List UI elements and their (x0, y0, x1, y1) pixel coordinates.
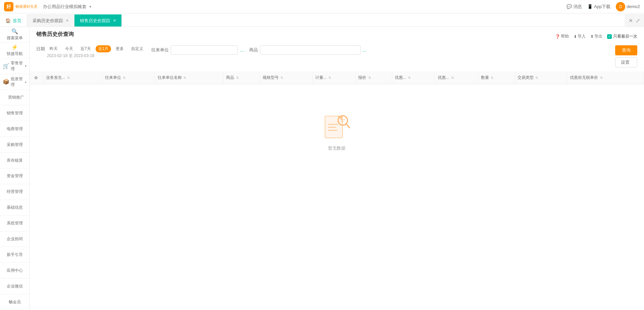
tabbar: 🏠 首页 采购历史价跟踪 ✕ 销售历史价跟踪 ✕ ✕ ⤢ (0, 13, 644, 27)
tab-home[interactable]: 🏠 首页 (0, 14, 27, 27)
th-unit[interactable]: 计量... ⇅ (312, 71, 356, 84)
search-menu-icon: 🔍 (11, 28, 18, 35)
th-trade-type[interactable]: 交易类型 ⇅ (515, 71, 567, 84)
th-discount2[interactable]: 优惠... ⇅ (435, 71, 478, 84)
sidebar-item-ecommerce[interactable]: 电商管理 (0, 121, 29, 137)
action-buttons: 查询 设置 (615, 45, 637, 67)
main-layout: 🔍 搜索菜单 ⚡ 快捷导航 🛒 零售管理 ▾ 📦 批发管理 ▴ 营销推广 销售管… (0, 27, 644, 310)
th-partner-name[interactable]: 往来单位名称 ⇅ (155, 71, 223, 84)
sort-quote-icon: ⇅ (368, 76, 371, 80)
sidebar-item-basic-info[interactable]: 基础信息 (0, 200, 29, 216)
only-last-checkbox[interactable]: ✓ (607, 34, 612, 39)
partner-select-icon[interactable]: ... (240, 47, 244, 53)
message-icon: 💬 (567, 4, 572, 9)
app-download-button[interactable]: 📱 App下载 (587, 4, 610, 10)
logo-text: 畅捷通好生意 (15, 4, 38, 9)
close-purchase-tab-icon[interactable]: ✕ (66, 18, 69, 23)
th-biz-date[interactable]: 业务发生... ⇅ (43, 71, 102, 84)
partner-input[interactable] (171, 45, 238, 55)
wholesale-mgmt-icon: 📦 (3, 79, 9, 85)
sort-qty-icon: ⇅ (491, 76, 493, 80)
export-icon: ⬆ (590, 34, 594, 39)
app-title: 办公用品行业模拟账套 (43, 4, 87, 10)
settings-button[interactable]: 设置 (615, 57, 637, 67)
sort-trade-type-icon: ⇅ (535, 76, 538, 80)
th-partner-code[interactable]: 往来单位 ⇅ (102, 71, 155, 84)
date-btn-today[interactable]: 今天 (62, 45, 76, 52)
tab-purchase-history[interactable]: 采购历史价跟踪 ✕ (27, 14, 74, 27)
th-spec[interactable]: 规格型号 ⇅ (260, 71, 312, 84)
dropdown-icon[interactable]: ▾ (89, 4, 91, 9)
tab-actions: ✕ ⤢ (625, 14, 644, 27)
content-header: 销售历史价查询 ❓ 帮助 ⬇ 导入 ⬆ 导出 ✓ (30, 27, 644, 71)
sidebar-item-finance[interactable]: 资金管理 (0, 168, 29, 184)
th-qty[interactable]: 数量 ⇅ (478, 71, 515, 84)
sidebar-item-wholesale-mgmt[interactable]: 📦 批发管理 ▴ (0, 74, 29, 90)
svg-rect-2 (328, 124, 338, 125)
th-discount1[interactable]: 优惠... ⇅ (392, 71, 435, 84)
logo-icon: 好 (4, 2, 13, 11)
sidebar: 🔍 搜索菜单 ⚡ 快捷导航 🛒 零售管理 ▾ 📦 批发管理 ▴ 营销推广 销售管… (0, 27, 30, 310)
message-button[interactable]: 💬 消息 (567, 4, 582, 10)
goods-input[interactable] (260, 45, 361, 55)
sidebar-item-guide[interactable]: 新手引导 (0, 247, 29, 263)
sort-partner-name-icon: ⇅ (183, 76, 186, 80)
sort-pre-tax-price-icon: ⇅ (600, 76, 603, 80)
empty-text: 暂无数据 (328, 145, 345, 151)
content-area: 销售历史价查询 ❓ 帮助 ⬇ 导入 ⬆ 导出 ✓ (30, 27, 644, 310)
page-title: 销售历史价查询 (36, 31, 74, 38)
sidebar-item-sales-mgmt[interactable]: 销售管理 (0, 105, 29, 121)
query-button[interactable]: 查询 (615, 45, 637, 55)
date-filter-group: 日期 昨天 今天 近7天 近1月 更多 自定义 2023-02-18 至 202… (36, 45, 146, 59)
sidebar-item-app-center[interactable]: 应用中心 (0, 263, 29, 278)
sidebar-item-retail-mgmt[interactable]: 🛒 零售管理 ▾ (0, 58, 29, 74)
sidebar-item-enterprise[interactable]: 企业协同 (0, 231, 29, 247)
content-body: ⚙ 业务发生... ⇅ 往来单位 ⇅ 往来单位名称 (30, 71, 644, 310)
wholesale-arrow-icon: ▴ (25, 80, 26, 84)
date-range-display: 2023-02-18 至 2023-03-18 (36, 53, 146, 59)
th-goods[interactable]: 商品 ⇅ (223, 71, 260, 84)
sidebar-item-inventory[interactable]: 库存核算 (0, 153, 29, 168)
date-btn-7days[interactable]: 近7天 (78, 45, 94, 52)
sidebar-item-quick-nav[interactable]: ⚡ 快捷导航 (0, 43, 29, 58)
maximize-window-button[interactable]: ⤢ (636, 17, 640, 24)
sidebar-item-marketing[interactable]: 营销推广 (0, 90, 29, 106)
date-btn-yesterday[interactable]: 昨天 (47, 45, 60, 52)
quick-nav-icon: ⚡ (11, 44, 18, 50)
sidebar-item-system[interactable]: 系统管理 (0, 216, 29, 231)
import-button[interactable]: ⬇ 导入 (574, 34, 586, 39)
sidebar-item-search-menu[interactable]: 🔍 搜索菜单 (0, 27, 29, 43)
sidebar-item-purchase-mgmt[interactable]: 采购管理 (0, 137, 29, 153)
partner-filter-group: 往来单位 ... (151, 45, 244, 55)
filter-row: 日期 昨天 今天 近7天 近1月 更多 自定义 2023-02-18 至 202… (36, 45, 637, 71)
only-last-checkbox-wrap[interactable]: ✓ 只看最后一次 (607, 34, 637, 39)
download-icon: 📱 (587, 4, 593, 9)
svg-rect-4 (328, 130, 337, 131)
sidebar-item-wechat[interactable]: 企业微信 (0, 278, 29, 294)
sort-discount2-icon: ⇅ (451, 76, 454, 80)
sidebar-item-member[interactable]: 畅会员 (0, 294, 29, 310)
tab-sales-history[interactable]: 销售历史价跟踪 ✕ (74, 14, 122, 27)
home-icon: 🏠 (5, 18, 11, 23)
user-avatar-button[interactable]: D demo2 (616, 2, 640, 11)
sort-partner-code-icon: ⇅ (123, 76, 125, 80)
th-settings: ⚙ (30, 71, 43, 84)
date-btn-custom[interactable]: 自定义 (128, 45, 146, 52)
date-btn-more[interactable]: 更多 (113, 45, 126, 52)
th-pre-tax-price[interactable]: 优惠前无税单价 ⇅ (567, 71, 644, 84)
empty-state: 暂无数据 (320, 84, 354, 178)
goods-select-icon[interactable]: ... (363, 47, 367, 53)
export-button[interactable]: ⬆ 导出 (590, 34, 602, 39)
sidebar-item-operations[interactable]: 经营管理 (0, 184, 29, 200)
page-title-row: 销售历史价查询 ❓ 帮助 ⬇ 导入 ⬆ 导出 ✓ (36, 31, 637, 42)
help-button[interactable]: ❓ 帮助 (555, 34, 569, 39)
date-btn-1month[interactable]: 近1月 (96, 45, 111, 52)
th-quote[interactable]: 报价 ⇅ (356, 71, 392, 84)
data-table: ⚙ 业务发生... ⇅ 往来单位 ⇅ 往来单位名称 (30, 71, 644, 84)
import-icon: ⬇ (574, 34, 577, 39)
close-sales-tab-icon[interactable]: ✕ (113, 18, 116, 23)
page-header-actions: ❓ 帮助 ⬇ 导入 ⬆ 导出 ✓ 只看最后一次 (555, 34, 637, 39)
close-window-button[interactable]: ✕ (629, 17, 633, 24)
help-icon: ❓ (555, 34, 560, 39)
settings-icon[interactable]: ⚙ (34, 75, 38, 80)
